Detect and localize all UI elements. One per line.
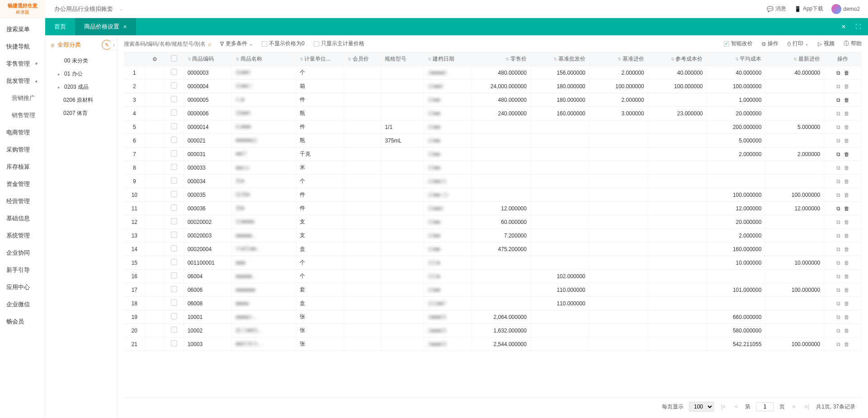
delete-icon[interactable]: 🗑 bbox=[844, 97, 849, 103]
table-row[interactable]: 50000014杜■■■件1/120■■200.0000005.000000⧉🗑 bbox=[124, 120, 862, 134]
copy-icon[interactable]: ⧉ bbox=[836, 178, 840, 185]
col-code[interactable]: 商品编码 bbox=[184, 52, 231, 66]
copy-icon[interactable]: ⧉ bbox=[836, 314, 840, 320]
cell-checkbox[interactable] bbox=[165, 242, 184, 256]
close-icon[interactable]: ✕ bbox=[123, 24, 127, 30]
cell-op[interactable]: ⧉🗑 bbox=[824, 202, 862, 215]
page-input[interactable] bbox=[756, 402, 774, 411]
page-last-button[interactable]: >| bbox=[802, 404, 811, 410]
nav-coop[interactable]: 企业协同 bbox=[0, 244, 45, 261]
col-refcost[interactable]: 参考成本价 bbox=[648, 52, 707, 66]
nav-fund[interactable]: 资金管理 bbox=[0, 176, 45, 193]
cell-op[interactable]: ⧉🗑 bbox=[824, 229, 862, 242]
ops-button[interactable]: ⧉操作 bbox=[762, 40, 778, 48]
cell-op[interactable]: ⧉🗑 bbox=[824, 66, 862, 80]
delete-icon[interactable]: 🗑 bbox=[844, 83, 849, 90]
cell-op[interactable]: ⧉🗑 bbox=[824, 175, 862, 188]
category-item-00[interactable]: 00 未分类 bbox=[45, 54, 117, 67]
copy-icon[interactable]: ⧉ bbox=[836, 300, 840, 307]
table-row[interactable]: 40000006洲■■K瓶20■■240.000000160.0000003.0… bbox=[124, 107, 862, 120]
category-item-0206[interactable]: 0206 原材料 bbox=[45, 94, 117, 107]
cell-checkbox[interactable] bbox=[165, 324, 184, 337]
nav-sys[interactable]: 系统管理 bbox=[0, 227, 45, 244]
cell-op[interactable]: ⧉🗑 bbox=[824, 188, 862, 202]
delete-icon[interactable]: 🗑 bbox=[844, 110, 849, 117]
tab-close-all-button[interactable]: ✕ bbox=[837, 20, 850, 33]
nav-retail[interactable]: 零售管理▼ bbox=[0, 55, 45, 72]
perpage-select[interactable]: 100 bbox=[689, 402, 714, 412]
copy-icon[interactable]: ⧉ bbox=[836, 219, 840, 225]
nav-wholesale[interactable]: 批发管理▲ bbox=[0, 72, 45, 90]
copy-icon[interactable]: ⧉ bbox=[836, 233, 840, 239]
category-item-01[interactable]: ▸01 办公 bbox=[45, 67, 117, 81]
table-row[interactable]: 1300020003■■■■■...支20■■7.2000002.000000⧉… bbox=[124, 229, 862, 242]
search-input[interactable] bbox=[124, 41, 205, 47]
chevron-down-icon[interactable]: ⌄ bbox=[119, 6, 123, 11]
delete-icon[interactable]: 🗑 bbox=[844, 124, 849, 130]
col-settings[interactable]: ⚙ bbox=[145, 52, 164, 66]
copy-icon[interactable]: ⧉ bbox=[836, 260, 840, 266]
table-row[interactable]: 1606004■■■■■...个202■102.000000⧉🗑 bbox=[124, 270, 862, 283]
cell-op[interactable]: ⧉🗑 bbox=[824, 283, 862, 297]
cell-checkbox[interactable] bbox=[165, 202, 184, 215]
category-item-0207[interactable]: 0207 体育 bbox=[45, 107, 117, 120]
page-next-button[interactable]: > bbox=[790, 404, 797, 410]
nav-wecom[interactable]: 企业微信 bbox=[0, 296, 45, 313]
copy-icon[interactable]: ⧉ bbox=[836, 151, 840, 157]
cell-checkbox[interactable] bbox=[165, 147, 184, 161]
col-checkbox[interactable] bbox=[165, 52, 184, 66]
table-row[interactable]: 1706006■■■■■■套20■■110.000000101.00000010… bbox=[124, 283, 862, 297]
copy-icon[interactable]: ⧉ bbox=[836, 138, 840, 144]
table-row[interactable]: 1400020004中■等■■...盒20■■475.200000160.000… bbox=[124, 242, 862, 256]
nav-purchase[interactable]: 采购管理 bbox=[0, 141, 45, 158]
nav-appcenter[interactable]: 应用中心 bbox=[0, 279, 45, 296]
search-box[interactable]: ⌕ bbox=[124, 41, 211, 47]
cell-checkbox[interactable] bbox=[165, 161, 184, 175]
cell-checkbox[interactable] bbox=[165, 215, 184, 229]
nav-ecom[interactable]: 电商管理 bbox=[0, 124, 45, 141]
copy-icon[interactable]: ⧉ bbox=[836, 287, 840, 293]
cell-checkbox[interactable] bbox=[165, 134, 184, 147]
nav-vip[interactable]: 畅会员 bbox=[0, 313, 45, 330]
copy-icon[interactable]: ⧉ bbox=[836, 83, 840, 90]
copy-icon[interactable]: ⧉ bbox=[836, 328, 840, 334]
delete-icon[interactable]: 🗑 bbox=[844, 246, 849, 252]
cell-op[interactable]: ⧉🗑 bbox=[824, 80, 862, 93]
main-unit-checkbox[interactable]: 只显示主计量价格 bbox=[314, 40, 364, 48]
copy-icon[interactable]: ⧉ bbox=[836, 341, 840, 347]
cell-op[interactable]: ⧉🗑 bbox=[824, 107, 862, 120]
table-row[interactable]: 1200020002传■■■■.支20■■60.00000020.000000⧉… bbox=[124, 215, 862, 229]
delete-icon[interactable]: 🗑 bbox=[844, 205, 849, 212]
collapse-sidebar-button[interactable]: « bbox=[110, 40, 118, 51]
tab-price-settings[interactable]: 商品价格设置✕ bbox=[75, 18, 136, 35]
cell-checkbox[interactable] bbox=[165, 270, 184, 283]
col-date[interactable]: 建档日期 bbox=[424, 52, 472, 66]
cell-checkbox[interactable] bbox=[165, 80, 184, 93]
cell-op[interactable]: ⧉🗑 bbox=[824, 161, 862, 175]
col-unit[interactable]: 计量单位... bbox=[296, 52, 344, 66]
delete-icon[interactable]: 🗑 bbox=[844, 341, 849, 347]
table-row[interactable]: 8000033■■est米20■■⧉🗑 bbox=[124, 161, 862, 175]
cell-op[interactable]: ⧉🗑 bbox=[824, 256, 862, 270]
table-row[interactable]: 7000031■■子千克20■■2.0000002.000000⧉🗑 bbox=[124, 147, 862, 161]
more-conditions-button[interactable]: ∇更多条件⌄ bbox=[220, 40, 253, 48]
table-row[interactable]: 10000035玻璃■件20■■-13100.000000100.000000⧉… bbox=[124, 188, 862, 202]
delete-icon[interactable]: 🗑 bbox=[844, 151, 849, 157]
category-item-0203[interactable]: ▸0203 成品 bbox=[45, 81, 117, 94]
col-member[interactable]: 会员价 bbox=[344, 52, 381, 66]
cell-op[interactable]: ⧉🗑 bbox=[824, 242, 862, 256]
cell-op[interactable]: ⧉🗑 bbox=[824, 270, 862, 283]
table-row[interactable]: 20000004収■■だ箱20■■824,000.000000180.00000… bbox=[124, 80, 862, 93]
account-selector[interactable]: 办公用品行业模拟账套 bbox=[54, 5, 113, 13]
cell-checkbox[interactable] bbox=[165, 175, 184, 188]
delete-icon[interactable]: 🗑 bbox=[844, 192, 849, 198]
nav-stock[interactable]: 库存核算 bbox=[0, 158, 45, 176]
smart-price-button[interactable]: 智能改价 bbox=[724, 40, 753, 48]
user-menu[interactable]: demo2 bbox=[831, 4, 860, 14]
tab-home[interactable]: 首页 bbox=[45, 18, 75, 35]
table-row[interactable]: 2010002扬力■■信...张2■■■051,632.000000580.00… bbox=[124, 324, 862, 337]
delete-icon[interactable]: 🗑 bbox=[844, 138, 849, 144]
app-download-button[interactable]: 📱App下载 bbox=[794, 5, 823, 13]
nav-wholesale-marketing[interactable]: 营销推广 bbox=[0, 90, 45, 107]
col-retail[interactable]: 零售价 bbox=[472, 52, 531, 66]
